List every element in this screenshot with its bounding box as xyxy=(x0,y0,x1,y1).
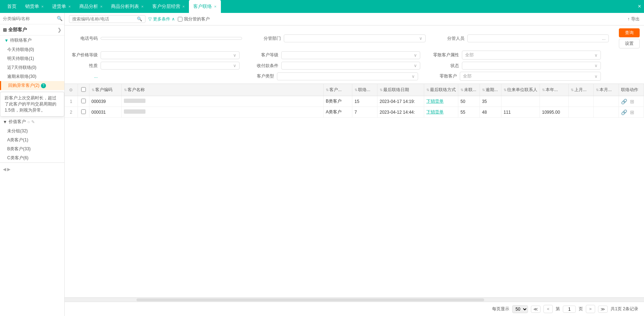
tab-customer-tier-close[interactable]: × xyxy=(182,4,185,9)
more-conditions-button[interactable]: ▽ 更多条件 ∧ xyxy=(148,16,175,22)
sort-contact-icon[interactable]: ⇅ xyxy=(355,88,357,92)
page-number-input[interactable] xyxy=(563,306,576,313)
row2-select-checkbox[interactable] xyxy=(81,109,86,114)
sidebar-item-class-a[interactable]: A类客户(1) xyxy=(0,136,64,145)
scrollbar-thumb xyxy=(136,298,484,301)
retail-attr-select[interactable]: 全部 ∨ xyxy=(462,51,601,60)
sort-cp-icon[interactable]: ⇅ xyxy=(504,88,506,92)
tab-purchase-order[interactable]: 进货单 × xyxy=(48,0,75,13)
customer-level-select[interactable]: ∨ xyxy=(281,51,420,59)
sort-type-icon[interactable]: ⇅ xyxy=(326,88,329,92)
prev-page-button[interactable]: ＜ xyxy=(543,305,553,313)
tab-customer-contact-close[interactable]: × xyxy=(214,4,216,9)
tab-sales-order-close[interactable]: × xyxy=(41,4,43,9)
sort-method-icon[interactable]: ⇅ xyxy=(426,88,429,92)
payment-select[interactable]: ∨ xyxy=(281,62,420,70)
last-page-button[interactable]: ≫ xyxy=(598,306,608,313)
tab-product-analysis[interactable]: 商品分析 × xyxy=(75,0,107,13)
sidebar-item-unclassified[interactable]: 未分组(32) xyxy=(0,127,64,136)
customer-type-arrow-icon: ∨ xyxy=(412,74,415,79)
row1-overdue: 35 xyxy=(480,96,501,107)
sidebar-search-icon: 🔍 xyxy=(57,16,62,21)
sidebar-item-tomorrow-pending[interactable]: 明天待联络(1) xyxy=(0,54,64,63)
status-select[interactable]: ∨ xyxy=(462,62,601,70)
sidebar-right-arrow[interactable]: ▶ xyxy=(7,167,10,172)
sort-date-icon[interactable]: ⇅ xyxy=(380,88,383,92)
row1-method: 下销货单 xyxy=(424,96,458,107)
settings-button[interactable]: 设置 xyxy=(619,39,640,48)
sort-lm-icon[interactable]: ⇅ xyxy=(571,88,574,92)
sidebar-value-customer-group[interactable]: ▼ 价值客户 ○ ✎ xyxy=(0,117,64,127)
row1-method-link[interactable]: 下销货单 xyxy=(426,99,444,104)
tab-product-analysis-list[interactable]: 商品分析列表 × xyxy=(107,0,148,13)
tab-customer-tier[interactable]: 客户分层经营 × xyxy=(148,0,189,13)
sidebar: 🔍 ⊞ 全部客户 ❯ ▼ 待联络客户 今天待联络(0) 明天待联络(1) 近7天… xyxy=(0,13,65,316)
sort-code-icon[interactable]: ⇅ xyxy=(92,88,94,92)
sidebar-left-arrow[interactable]: ◀ xyxy=(3,167,6,172)
sidebar-all-customers[interactable]: ⊞ 全部客户 ❯ xyxy=(0,24,64,36)
sidebar-item-7days-pending[interactable]: 近7天待联络(0) xyxy=(0,63,64,72)
horizontal-scrollbar[interactable] xyxy=(65,297,644,302)
filter-row-3: 性质 ∨ 收付款条件 ∨ 状态 ∨ xyxy=(69,62,640,70)
retail-customer-select[interactable]: 全部 ∨ xyxy=(460,72,601,81)
export-button[interactable]: ↑ 导出 xyxy=(627,16,640,22)
sort-year-icon[interactable]: ⇅ xyxy=(542,88,545,92)
customer-type-select[interactable]: ∨ xyxy=(277,72,418,80)
tab-product-analysis-list-close[interactable]: × xyxy=(141,4,143,9)
manager-select[interactable]: ... xyxy=(467,34,609,42)
row2-grid-icon[interactable]: ⊞ xyxy=(630,109,634,115)
filter-row-4: ... 客户类型 ∨ 零散客户 全部 ∨ xyxy=(69,72,640,81)
window-close-button[interactable]: × xyxy=(638,3,641,10)
next-page-button[interactable]: ＞ xyxy=(586,305,595,313)
my-customers-checkbox[interactable] xyxy=(178,17,182,22)
sidebar-item-today-pending[interactable]: 今天待联络(0) xyxy=(0,45,64,54)
row2-method-link[interactable]: 下销货单 xyxy=(426,109,444,114)
settings-gear-icon[interactable]: ⚙ xyxy=(69,88,73,93)
per-page-select[interactable]: 50 xyxy=(512,305,528,313)
sidebar-pending-group[interactable]: ▼ 待联络客户 xyxy=(0,36,64,45)
sidebar-collapse-icon[interactable]: ❯ xyxy=(57,27,61,33)
edit-icon[interactable]: ○ xyxy=(27,119,30,124)
search-input[interactable] xyxy=(72,16,137,22)
page-label: 第 xyxy=(556,306,560,312)
dept-select[interactable]: ∨ xyxy=(284,34,425,42)
row1-code: 000039 xyxy=(89,96,121,107)
nature-select[interactable]: ∨ xyxy=(101,62,240,70)
sort-overdue-icon[interactable]: ⇅ xyxy=(482,88,485,92)
tab-purchase-order-close[interactable]: × xyxy=(68,4,70,9)
payment-label: 收付款条件 xyxy=(250,63,278,69)
phone-input[interactable] xyxy=(101,37,242,40)
tab-product-analysis-close[interactable]: × xyxy=(100,4,102,9)
sidebar-item-overdue-pending[interactable]: 逾期未联络(30) xyxy=(0,72,64,81)
row1-select-checkbox[interactable] xyxy=(81,99,86,103)
price-level-select[interactable]: ∨ xyxy=(101,51,240,59)
row1-grid-icon[interactable]: ⊞ xyxy=(630,99,634,104)
price-level-arrow-icon: ∨ xyxy=(233,53,236,58)
select-all-checkbox[interactable] xyxy=(81,87,86,92)
row1-link-icon[interactable]: 🔗 xyxy=(621,99,627,104)
edit-icon2[interactable]: ✎ xyxy=(31,119,35,124)
sidebar-item-class-c[interactable]: C类客户(6) xyxy=(0,154,64,162)
sort-tm-icon[interactable]: ⇅ xyxy=(596,88,599,92)
tab-customer-contact[interactable]: 客户联络 × xyxy=(189,0,221,13)
sort-unreached-icon[interactable]: ⇅ xyxy=(460,88,463,92)
tab-sales-order[interactable]: 销货单 × xyxy=(21,0,48,13)
sort-name-icon[interactable]: ⇅ xyxy=(124,88,127,92)
col-header-date: ⇅ 最后联络日期 xyxy=(377,84,424,96)
row1-unreached: 50 xyxy=(458,96,480,107)
advanced-filter: 电话号码 分管部门 ∨ 分管人员 ... 查询 设置 xyxy=(65,25,644,84)
row2-link-icon[interactable]: 🔗 xyxy=(621,109,627,115)
tab-home[interactable]: 首页 xyxy=(3,0,21,13)
retail-customer-arrow-icon: ∨ xyxy=(594,74,598,79)
row2-last-month xyxy=(569,107,594,118)
sidebar-item-class-b[interactable]: B类客户(33) xyxy=(0,145,64,154)
sidebar-search-input[interactable] xyxy=(3,16,57,21)
first-page-button[interactable]: ≪ xyxy=(531,306,541,313)
sidebar-item-repurchase-abnormal[interactable]: 回购异常客户(2) ? xyxy=(0,81,64,90)
col-header-name: ⇅ 客户名称 xyxy=(121,84,324,96)
row2-name xyxy=(121,107,324,118)
query-button[interactable]: 查询 xyxy=(619,28,640,37)
status-label: 状态 xyxy=(430,63,459,69)
export-icon: ↑ xyxy=(627,16,630,22)
search-icon: 🔍 xyxy=(137,16,142,22)
